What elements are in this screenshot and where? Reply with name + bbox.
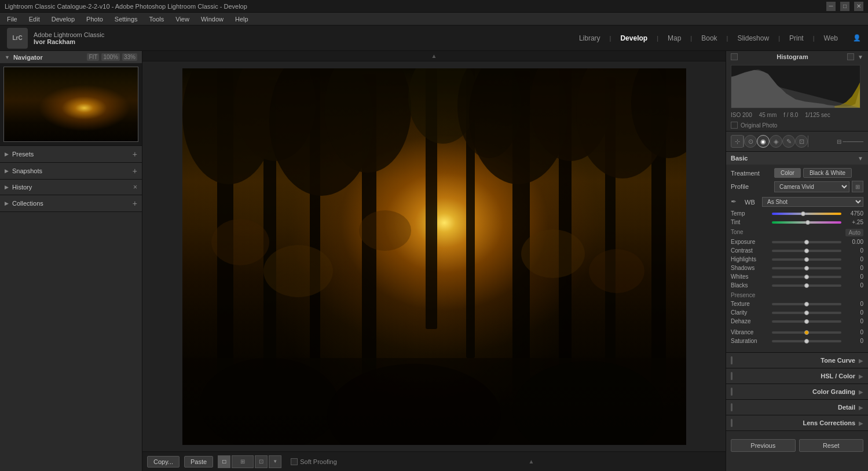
menu-develop[interactable]: Develop (49, 14, 77, 24)
red-eye-tool[interactable]: ◉ (757, 135, 770, 148)
masking-tool[interactable]: ◈ (770, 135, 782, 148)
saturation-slider-track[interactable] (772, 340, 841, 342)
shadow-clip-indicator[interactable] (731, 53, 738, 60)
copy-button[interactable]: Copy... (147, 456, 180, 468)
shadows-slider-track[interactable] (772, 267, 841, 269)
filmstrip-toggle-bottom[interactable]: ▲ (342, 458, 721, 465)
dehaze-slider-thumb[interactable] (804, 319, 809, 324)
grid-view-button[interactable]: ⊡ (255, 455, 268, 468)
vibrance-slider-thumb[interactable] (804, 330, 809, 335)
hsl-section[interactable]: HSL / Color ▶ (726, 368, 868, 384)
original-photo-checkbox[interactable] (731, 122, 738, 129)
history-title: History (12, 184, 133, 191)
presets-header[interactable]: ▶ Presets + (0, 146, 142, 162)
nav-map[interactable]: Map (662, 32, 687, 45)
nav-web[interactable]: Web (818, 32, 844, 45)
nav-library[interactable]: Library (573, 32, 606, 45)
zoom-33[interactable]: 33% (122, 53, 137, 61)
texture-slider-track[interactable] (772, 303, 841, 305)
crop-tool[interactable]: ⊹ (731, 135, 744, 148)
exposure-slider-thumb[interactable] (804, 240, 809, 244)
top-arrow-toggle[interactable]: ▲ (431, 53, 437, 59)
menu-settings[interactable]: Settings (112, 14, 140, 24)
zoom-fit[interactable]: FIT (87, 53, 99, 61)
tint-slider-thumb[interactable] (805, 220, 810, 225)
treatment-color-button[interactable]: Color (774, 168, 801, 178)
nav-develop[interactable]: Develop (614, 32, 653, 45)
exposure-slider-track[interactable] (772, 241, 841, 243)
zoom-100[interactable]: 100% (101, 53, 120, 61)
compare-view-button[interactable]: ⊞ (232, 455, 254, 468)
profile-select[interactable]: Camera Vivid (774, 181, 849, 192)
previous-button[interactable]: Previous (731, 439, 796, 452)
clarity-slider-thumb[interactable] (804, 311, 809, 315)
menu-window[interactable]: Window (199, 14, 226, 24)
whites-slider-thumb[interactable] (804, 275, 809, 279)
blacks-slider-track[interactable] (772, 284, 841, 287)
shadows-slider-thumb[interactable] (804, 266, 809, 271)
loupe-view-button[interactable]: □ (218, 455, 230, 468)
histogram-header: Histogram ▼ (726, 51, 868, 63)
basic-header[interactable]: Basic ▼ (726, 152, 868, 165)
profile-grid-button[interactable]: ⊞ (852, 181, 863, 192)
paste-button[interactable]: Paste (184, 456, 213, 468)
menu-edit[interactable]: Edit (27, 14, 42, 24)
app-logo: LrC (7, 28, 28, 49)
tint-slider-track[interactable] (772, 221, 841, 224)
spot-healing-tool[interactable]: ⊙ (744, 135, 757, 148)
minimize-button[interactable]: ─ (826, 2, 836, 11)
survey-view-button[interactable]: ▼ (269, 455, 281, 468)
menu-photo[interactable]: Photo (84, 14, 105, 24)
identity-plate-icon[interactable]: 👤 (853, 34, 861, 42)
clarity-slider-track[interactable] (772, 312, 841, 314)
reset-button[interactable]: Reset (799, 439, 864, 452)
temp-row: Temp 4750 (731, 210, 863, 217)
auto-button[interactable]: Auto (845, 229, 863, 236)
highlight-clip-indicator[interactable] (847, 53, 854, 60)
adjustment-brush-tool[interactable]: ✎ (782, 135, 795, 148)
graduated-filter-tool[interactable]: ⊡ (795, 135, 808, 148)
lens-corrections-section[interactable]: Lens Corrections ▶ (726, 415, 868, 431)
color-grading-section[interactable]: Color Grading ▶ (726, 384, 868, 400)
histogram-collapse[interactable]: ▼ (858, 54, 863, 60)
presets-add[interactable]: + (133, 149, 137, 159)
soft-proofing-checkbox[interactable] (291, 458, 298, 465)
navigator-header[interactable]: ▼ Navigator FIT 100% 33% (0, 51, 142, 63)
temp-slider-thumb[interactable] (801, 211, 805, 216)
menu-file[interactable]: File (5, 14, 20, 24)
contrast-slider-track[interactable] (772, 250, 841, 252)
slider-adjustment-icon[interactable]: ⊟ ───── (808, 138, 863, 145)
nav-slideshow[interactable]: Slideshow (731, 32, 775, 45)
highlights-slider-thumb[interactable] (804, 257, 809, 262)
temp-slider-track[interactable] (772, 213, 841, 215)
blacks-slider-thumb[interactable] (804, 283, 809, 288)
history-clear[interactable]: × (133, 183, 137, 191)
texture-slider-thumb[interactable] (804, 302, 809, 306)
menu-help[interactable]: Help (233, 14, 251, 24)
vibrance-slider-track[interactable] (772, 331, 841, 334)
whites-slider-track[interactable] (772, 276, 841, 278)
history-header[interactable]: ▶ History × (0, 180, 142, 195)
tone-curve-section[interactable]: Tone Curve ▶ (726, 353, 868, 368)
detail-section[interactable]: Detail ▶ (726, 400, 868, 415)
treatment-bw-button[interactable]: Black & White (803, 168, 852, 178)
snapshots-header[interactable]: ▶ Snapshots + (0, 163, 142, 179)
saturation-slider-thumb[interactable] (804, 339, 809, 344)
nav-book[interactable]: Book (695, 32, 723, 45)
soft-proofing-toggle[interactable]: Soft Proofing (291, 458, 337, 465)
menu-view[interactable]: View (173, 14, 192, 24)
wb-select[interactable]: As Shot (762, 197, 863, 207)
dehaze-slider-track[interactable] (772, 320, 841, 323)
menu-tools[interactable]: Tools (147, 14, 167, 24)
close-button[interactable]: ✕ (854, 2, 863, 11)
maximize-button[interactable]: □ (840, 2, 849, 11)
collections-add[interactable]: + (133, 199, 137, 208)
collections-header[interactable]: ▶ Collections + (0, 195, 142, 211)
basic-collapse[interactable]: ▼ (858, 155, 863, 162)
wb-eyedropper-icon[interactable]: ✒ (731, 198, 740, 207)
contrast-slider-thumb[interactable] (804, 249, 809, 253)
highlights-slider-track[interactable] (772, 258, 841, 261)
blacks-value: 0 (845, 282, 863, 289)
nav-print[interactable]: Print (783, 32, 810, 45)
snapshots-add[interactable]: + (133, 166, 137, 176)
